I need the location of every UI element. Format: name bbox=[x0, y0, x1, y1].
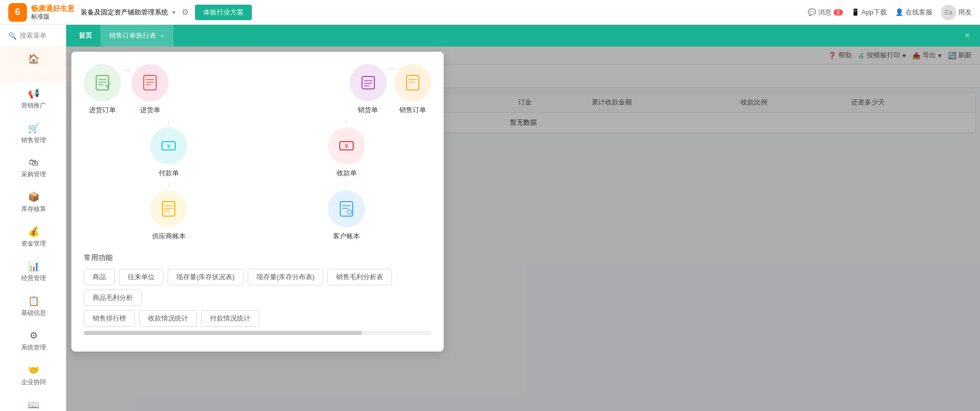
search-icon: 🔍 bbox=[8, 32, 17, 40]
operations-label: 经营管理 bbox=[21, 274, 46, 283]
sales-bill-label: 销货单 bbox=[358, 105, 378, 115]
purchase-bill-circle bbox=[131, 64, 169, 101]
modal-overlay: 进货订单 → 进货单 bbox=[66, 47, 980, 411]
tab-sales-order-exec[interactable]: 销售订单执行表 × bbox=[101, 25, 173, 47]
svg-rect-19 bbox=[162, 202, 175, 216]
user-menu[interactable]: Ea 用友 bbox=[941, 5, 972, 20]
main-area: 🔍 搜索菜单 🏠 快捷导航 📢 营销推广 🛒 销售管理 🛍 bbox=[0, 25, 980, 411]
func-btn-payment-stats[interactable]: 付款情况统计 bbox=[201, 310, 259, 327]
svg-rect-0 bbox=[96, 75, 109, 90]
logo-area: 6 畅康通好生意 标准版 bbox=[8, 3, 74, 22]
sales-order-icon bbox=[404, 74, 421, 91]
search-menu-button[interactable]: 🔍 搜索菜单 bbox=[4, 29, 62, 42]
purchase-order-icon bbox=[94, 74, 111, 91]
enterprise-icon: 🤝 bbox=[28, 364, 39, 376]
online-service-button[interactable]: 👤 在线客服 bbox=[895, 8, 932, 17]
modal-dialog: 进货订单 → 进货单 bbox=[71, 52, 444, 352]
sidebar-item-inventory[interactable]: 📦 库存核算 bbox=[0, 185, 66, 220]
sidebar-item-sales[interactable]: 🛒 销售管理 bbox=[0, 116, 66, 151]
search-menu-label: 搜索菜单 bbox=[20, 31, 47, 40]
system-icon: ⚙ bbox=[29, 330, 38, 341]
system-title: 装备及固定资产辅助管理系统 bbox=[81, 8, 168, 17]
func-btn-goods[interactable]: 商品 bbox=[84, 269, 115, 285]
content-area: 首页 销售订单执行表 × × ❓ 帮助 🖨 按 bbox=[66, 25, 980, 411]
sidebar-item-quick-nav[interactable]: 🏠 快捷导航 bbox=[0, 47, 66, 82]
sales-order-label: 销售订单 bbox=[399, 105, 426, 115]
common-functions-title: 常用功能 bbox=[84, 253, 431, 263]
logo-text: 畅康通好生意 标准版 bbox=[31, 4, 74, 21]
trial-button[interactable]: 体验行业方案 bbox=[195, 5, 252, 20]
system-dropdown-icon[interactable]: ▾ bbox=[172, 9, 175, 16]
app-download-label: App下载 bbox=[862, 8, 887, 17]
guide-icon: 📖 bbox=[28, 399, 39, 410]
avatar-initials: Ea bbox=[945, 9, 953, 16]
arrow-down-1: ↓ bbox=[167, 117, 171, 125]
basic-info-label: 基础信息 bbox=[21, 309, 46, 317]
sidebar-item-basic-info[interactable]: 📋 基础信息 bbox=[0, 289, 66, 324]
tab-home[interactable]: 首页 bbox=[70, 25, 101, 47]
sidebar-item-enterprise[interactable]: 🤝 企业协同 bbox=[0, 358, 66, 393]
message-button[interactable]: 💬 消息 6 bbox=[808, 8, 843, 17]
app-download-icon: 📱 bbox=[851, 8, 860, 16]
svg-rect-4 bbox=[144, 75, 156, 90]
gear-icon[interactable]: ⚙ bbox=[182, 7, 189, 17]
func-btn-sales-gross[interactable]: 销售毛利分析表 bbox=[327, 269, 392, 285]
svg-rect-8 bbox=[362, 77, 374, 89]
receipt-bill-label: 收款单 bbox=[337, 169, 357, 178]
func-btn-receipt-stats[interactable]: 收款情况统计 bbox=[139, 310, 197, 327]
sidebar-item-marketing[interactable]: 📢 营销推广 bbox=[0, 82, 66, 116]
system-title-area: 装备及固定资产辅助管理系统 ▾ bbox=[81, 8, 175, 17]
tab-home-label: 首页 bbox=[79, 31, 92, 40]
logo-icon: 6 bbox=[8, 3, 27, 22]
payment-bill-area: ↓ ¥ 付款单 bbox=[150, 117, 187, 178]
purchase-bill-icon bbox=[142, 74, 158, 91]
finance-icon: 💰 bbox=[28, 226, 39, 237]
sidebar-item-purchase[interactable]: 🛍 采购管理 bbox=[0, 151, 66, 185]
quick-nav-label: 快捷导航 bbox=[21, 67, 46, 75]
receipt-bill-area: ↓ ¥ 收款单 bbox=[328, 117, 365, 178]
online-service-label: 在线客服 bbox=[906, 8, 932, 17]
message-label: 消息 bbox=[818, 8, 832, 17]
sidebar: 🔍 搜索菜单 🏠 快捷导航 📢 营销推广 🛒 销售管理 🛍 bbox=[0, 25, 66, 411]
top-bar: 6 畅康通好生意 标准版 装备及固定资产辅助管理系统 ▾ ⚙ 体验行业方案 💬 … bbox=[0, 0, 980, 25]
content-close-button[interactable]: × bbox=[959, 31, 976, 40]
sidebar-item-guide[interactable]: 📖 新手引导 bbox=[0, 393, 66, 411]
purchase-bill-node: 进货单 bbox=[131, 64, 169, 115]
sidebar-item-operations[interactable]: 📊 经营管理 bbox=[0, 254, 66, 289]
func-btn-stock-dist[interactable]: 现存量(库存分布表) bbox=[248, 269, 324, 285]
arrow-down-4: ↓ bbox=[345, 180, 349, 188]
func-btn-sales-rank[interactable]: 销售排行榜 bbox=[84, 310, 135, 327]
modal-scrollbar[interactable] bbox=[84, 331, 431, 339]
purchase-label: 采购管理 bbox=[21, 170, 46, 179]
brand-sub: 标准版 bbox=[31, 13, 74, 21]
supplier-ledger-area: ↓ 供应商账本 bbox=[150, 180, 187, 241]
app-container: 6 畅康通好生意 标准版 装备及固定资产辅助管理系统 ▾ ⚙ 体验行业方案 💬 … bbox=[0, 0, 980, 411]
page-content: ❓ 帮助 🖨 按模板打印 ▾ 📤 导出 ▾ 🔄 bbox=[66, 47, 980, 411]
operations-icon: 📊 bbox=[28, 261, 39, 272]
receipt-bill-circle: ¥ bbox=[328, 127, 365, 164]
purchase-order-label: 进货订单 bbox=[89, 105, 116, 115]
func-btn-partner[interactable]: 往来单位 bbox=[119, 269, 163, 285]
func-btn-stock-status[interactable]: 现存量(库存状况表) bbox=[168, 269, 244, 285]
basic-info-icon: 📋 bbox=[28, 295, 39, 307]
sidebar-item-finance[interactable]: 💰 资金管理 bbox=[0, 220, 66, 254]
tab-close-icon[interactable]: × bbox=[160, 32, 164, 40]
supplier-ledger-circle bbox=[150, 190, 187, 227]
svg-text:¥: ¥ bbox=[344, 143, 349, 150]
finance-label: 资金管理 bbox=[21, 239, 46, 248]
app-download-button[interactable]: 📱 App下载 bbox=[851, 8, 887, 17]
user-label: 用友 bbox=[958, 8, 972, 17]
tab-sales-order-exec-label: 销售订单执行表 bbox=[109, 31, 156, 40]
sidebar-item-system[interactable]: ⚙ 系统管理 bbox=[0, 324, 66, 358]
func-btn-goods-gross[interactable]: 商品毛利分析 bbox=[84, 290, 142, 306]
customer-ledger-icon bbox=[338, 201, 355, 217]
tab-bar: 首页 销售订单执行表 × × bbox=[66, 25, 980, 47]
customer-ledger-circle bbox=[328, 190, 365, 227]
user-avatar: Ea bbox=[941, 5, 956, 20]
arrow-right-1: → bbox=[121, 64, 131, 93]
purchase-order-circle bbox=[84, 64, 121, 101]
scroll-track bbox=[84, 331, 431, 335]
sales-order-circle bbox=[394, 64, 431, 101]
enterprise-label: 企业协同 bbox=[21, 378, 46, 387]
sales-bill-node: 销货单 bbox=[350, 64, 387, 115]
